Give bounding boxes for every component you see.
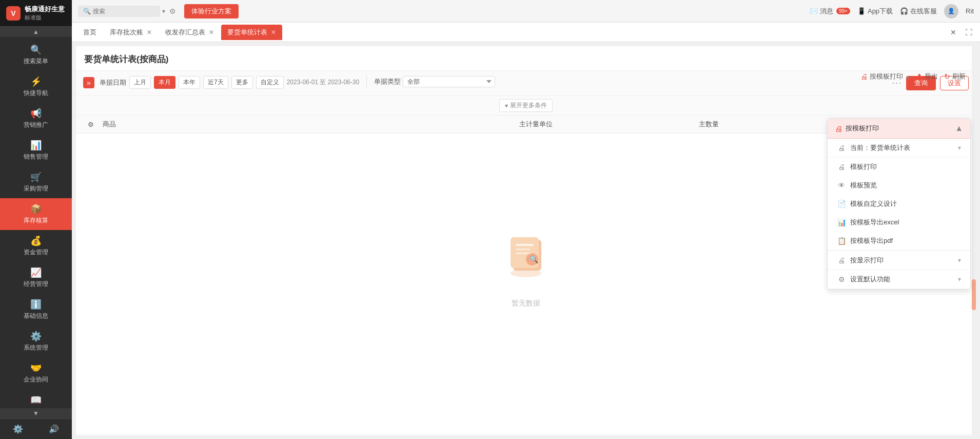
date-filter-group: 单据日期 上月 本月 本年 近7天 更多 自定义 2023-06-01 至 20… [100, 76, 359, 89]
default-function-label: 设置默认功能 [850, 275, 954, 284]
dropdown-item-export-excel[interactable]: 📊 按模板导出excel [828, 213, 970, 232]
print-template-item-label: 模板打印 [850, 162, 961, 171]
dropdown-title: 🖨 按模板打印 [835, 124, 879, 133]
online-service-item[interactable]: 🎧 在线客服 [900, 7, 937, 16]
date-btn-this-month[interactable]: 本月 [154, 76, 175, 89]
sidebar-item-search[interactable]: 🔍 搜索菜单 [0, 39, 72, 71]
dropdown-current-template[interactable]: 🖨 当前：要货单统计表 ▾ [828, 139, 970, 157]
app-download-icon: 📱 [857, 7, 866, 15]
tabs-bar: 首页 库存批次账 ✕ 收发存汇总表 ✕ 要货单统计表 ✕ ✕ ⛶ [72, 23, 980, 42]
sidebar-scroll-down[interactable]: ▼ [0, 408, 72, 418]
sidebar-item-inventory[interactable]: 📦 库存核算 [0, 198, 72, 230]
close-order-stats-icon[interactable]: ✕ [271, 29, 276, 36]
th-settings[interactable]: ⚙ [83, 121, 99, 128]
date-btn-more[interactable]: 更多 [231, 76, 253, 89]
search-icon: 🔍 [83, 8, 91, 15]
content-area: 要货单统计表(按商品) 🖨 按模板打印 ▲ ⬆ 导出 ↻ 刷新 » 单据日期 上 [76, 46, 976, 435]
dropdown-item-export-pdf[interactable]: 📋 按模板导出pdf [828, 232, 970, 250]
tab-home[interactable]: 首页 [77, 25, 103, 40]
scrollbar-thumb[interactable] [972, 279, 976, 310]
type-filter-select[interactable]: 全部 要货单 退货单 [403, 76, 495, 87]
dropdown-chevron-icon[interactable]: ▾ [162, 8, 165, 15]
date-btn-this-year[interactable]: 本年 [179, 76, 200, 89]
sidebar-item-system[interactable]: ⚙️ 系统管理 [0, 326, 72, 357]
sound-icon[interactable]: 🔊 [49, 424, 59, 434]
print-template-button[interactable]: 🖨 按模板打印 ▲ [860, 72, 910, 81]
date-btn-last-month[interactable]: 上月 [129, 76, 151, 89]
expand-more-button[interactable]: ▾ 展开更多条件 [499, 99, 553, 112]
sidebar-item-quick-nav[interactable]: ⚡ 快捷导航 [0, 71, 72, 103]
app-download-item[interactable]: 📱 App下载 [857, 7, 893, 16]
refresh-button[interactable]: ↻ 刷新 [944, 72, 966, 81]
dropdown-close-button[interactable]: ▲ [955, 124, 963, 133]
sidebar-item-label: 库存核算 [24, 216, 48, 225]
date-range-text: 2023-06-01 至 2023-06-30 [287, 78, 359, 87]
dropdown-item-template-design[interactable]: 📄 模板自定义设计 [828, 195, 970, 213]
sidebar-item-purchase[interactable]: 🛒 采购管理 [0, 166, 72, 198]
dropdown-default-function[interactable]: ⚙ 设置默认功能 ▾ [828, 270, 970, 289]
topbar-search-box[interactable]: 🔍 [78, 6, 160, 17]
dropdown-title-label: 按模板打印 [846, 124, 879, 133]
export-button[interactable]: ⬆ 导出 [916, 72, 938, 81]
dropdown-item-print-template[interactable]: 🖨 模板打印 [828, 158, 970, 176]
sidebar-item-label: 销售管理 [24, 152, 48, 161]
svg-text:🔍: 🔍 [530, 255, 539, 264]
type-filter-label: 单据类型 [374, 77, 401, 86]
messages-label: 消息 [820, 7, 833, 16]
printer-small-icon: 🖨 [837, 144, 846, 152]
expand-more-row: ▾ 展开更多条件 [76, 96, 976, 116]
sidebar-item-cooperation[interactable]: 🤝 企业协同 [0, 357, 72, 389]
sidebar-item-marketing[interactable]: 📢 营销推广 [0, 103, 72, 135]
topbar: 🔍 ▾ ⚙ 体验行业方案 ✉️ 消息 99+ 📱 App下载 🎧 在线客服 👤 … [72, 0, 980, 23]
tab-inventory-batch-label: 库存批次账 [110, 28, 143, 37]
tab-close-button[interactable]: ✕ [947, 26, 959, 39]
operation-icon: 📈 [30, 267, 42, 278]
sidebar-nav: 🔍 搜索菜单 ⚡ 快捷导航 📢 营销推广 📊 销售管理 🛒 采购管理 📦 库存核… [0, 37, 72, 408]
tab-inventory-batch[interactable]: 库存批次账 ✕ [104, 25, 158, 40]
dropdown-item-template-preview[interactable]: 👁 模板预览 [828, 176, 970, 195]
dropdown-panel: 🖨 按模板打印 ▲ 🖨 当前：要货单统计表 ▾ 🖨 模板打印 👁 [827, 118, 971, 290]
close-inventory-batch-icon[interactable]: ✕ [147, 29, 152, 36]
default-function-chevron-icon: ▾ [958, 276, 961, 283]
close-receipt-summary-icon[interactable]: ✕ [209, 29, 214, 36]
empty-text: 暂无数据 [512, 299, 540, 308]
headset-icon: 🎧 [900, 7, 908, 15]
app-tag: 标准版 [25, 14, 65, 21]
sidebar-item-label: 经营管理 [24, 280, 48, 289]
cta-button[interactable]: 体验行业方案 [184, 4, 239, 18]
right-scrollbar[interactable] [972, 46, 976, 435]
purchase-icon: 🛒 [30, 171, 42, 183]
date-btn-custom[interactable]: 自定义 [256, 76, 284, 89]
tab-order-stats[interactable]: 要货单统计表 ✕ [221, 25, 282, 40]
sidebar-item-operation[interactable]: 📈 经营管理 [0, 262, 72, 294]
tab-expand-button[interactable]: ⛶ [963, 26, 975, 39]
sidebar-item-sales[interactable]: 📊 销售管理 [0, 135, 72, 166]
search-input[interactable] [93, 8, 155, 15]
print-template-label: 按模板打印 [870, 72, 903, 81]
messages-item[interactable]: ✉️ 消息 99+ [810, 7, 850, 16]
messages-badge: 99+ [836, 8, 850, 14]
filter-expand-button[interactable]: » [83, 77, 94, 88]
settings-icon[interactable]: ⚙ [169, 7, 176, 15]
sidebar-item-basic[interactable]: ℹ️ 基础信息 [0, 294, 72, 326]
dropdown-display-print-section: 🖨 按显示打印 ▾ [828, 251, 970, 270]
settings-icon[interactable]: ⚙️ [13, 424, 23, 434]
app-name: 畅康通好生意 [25, 5, 65, 14]
template-preview-label: 模板预览 [850, 181, 961, 190]
sidebar-item-label: 资金管理 [24, 248, 48, 257]
tab-home-label: 首页 [83, 28, 96, 37]
chevron-right-icon: ▾ [958, 144, 961, 151]
sidebar-item-guide[interactable]: 📖 新手引导 [0, 389, 72, 408]
export-icon: ⬆ [916, 72, 923, 81]
sidebar-scroll-up[interactable]: ▲ [0, 27, 72, 37]
avatar[interactable]: 👤 [944, 4, 958, 18]
svg-rect-3 [516, 244, 534, 246]
page-title: 要货单统计表(按商品) [84, 53, 968, 65]
tab-receipt-summary[interactable]: 收发存汇总表 ✕ [159, 25, 220, 40]
messages-icon: ✉️ [810, 7, 818, 15]
system-icon: ⚙️ [30, 331, 42, 342]
dropdown-display-print[interactable]: 🖨 按显示打印 ▾ [828, 251, 970, 270]
sidebar-item-finance[interactable]: 💰 资金管理 [0, 230, 72, 262]
date-btn-7days[interactable]: 近7天 [203, 76, 228, 89]
dropdown-default-section: ⚙ 设置默认功能 ▾ [828, 270, 970, 289]
